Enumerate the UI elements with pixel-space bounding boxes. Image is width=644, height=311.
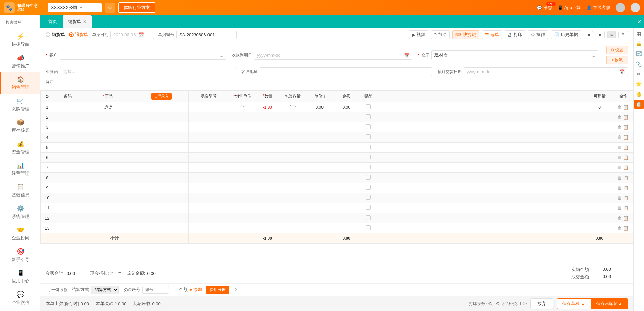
cell-spec-3[interactable]	[188, 132, 229, 143]
fee-btn[interactable]: 费用分摊	[206, 286, 229, 294]
shortcut-btn[interactable]: ⌨ 快捷键	[452, 30, 479, 39]
sidebar-item-operation[interactable]: 📊 经营管理	[0, 158, 40, 180]
cell-price-1[interactable]	[306, 112, 333, 122]
app-download-btn[interactable]: 📱 App下载	[558, 5, 581, 11]
right-btn-attach[interactable]: 📎	[634, 59, 644, 69]
sidebar-item-apps[interactable]: 📱 应用中心	[0, 266, 40, 287]
copy-icon-8[interactable]: 📋	[623, 185, 629, 190]
cell-pkgqty-9[interactable]	[279, 193, 306, 203]
cell-gift-5[interactable]	[360, 153, 377, 163]
print-btn[interactable]: 🖨 打印	[505, 30, 525, 39]
cell-barcode-9[interactable]	[54, 193, 81, 203]
cell-price-10[interactable]	[306, 203, 333, 213]
cell-goods-10[interactable]	[81, 203, 135, 213]
cell-qty-11[interactable]	[256, 213, 279, 223]
receive-date-input[interactable]: yyyy-mm-dd 📅	[254, 51, 412, 60]
cell-gift-8[interactable]	[360, 183, 377, 193]
cell-spec-2[interactable]	[188, 122, 229, 132]
cell-goods-11[interactable]	[81, 213, 135, 223]
cell-barcode-10[interactable]	[54, 203, 81, 213]
cell-spec-4[interactable]	[188, 143, 229, 153]
cell-goods-7[interactable]	[81, 173, 135, 183]
cell-unit-1[interactable]	[229, 112, 256, 122]
cell-unit-8[interactable]	[229, 183, 256, 193]
delete-icon-5[interactable]: 🗑	[617, 155, 622, 160]
cell-pkgqty-10[interactable]	[279, 203, 306, 213]
grid-view-btn[interactable]: ⊞	[618, 31, 628, 38]
cell-goods-9[interactable]	[81, 193, 135, 203]
cell-unit-4[interactable]	[229, 143, 256, 153]
sidebar-item-marketing[interactable]: 📣 营销推广	[0, 51, 40, 72]
sidebar-item-wechat[interactable]: 💬 企业微信	[0, 287, 40, 309]
cell-spec-10[interactable]	[188, 203, 229, 213]
warehouse-input[interactable]: 建材仓 ...	[431, 50, 598, 60]
cell-unit-6[interactable]	[229, 163, 256, 173]
tab-sales-order[interactable]: 销货单 ✕	[63, 15, 92, 28]
cell-gift-1[interactable]	[360, 112, 377, 122]
cell-qty-2[interactable]	[256, 122, 279, 132]
cell-price-2[interactable]	[306, 122, 333, 132]
cell-qty-8[interactable]	[256, 183, 279, 193]
cell-qty-3[interactable]	[256, 132, 279, 143]
copy-icon-12[interactable]: 📋	[623, 226, 629, 231]
delete-icon-9[interactable]: 🗑	[617, 195, 622, 200]
cell-gift-10[interactable]	[360, 203, 377, 213]
cell-amount-1[interactable]	[333, 112, 360, 122]
copy-icon-11[interactable]: 📋	[623, 216, 629, 221]
cell-goods-2[interactable]	[81, 122, 135, 132]
cell-price-7[interactable]	[306, 173, 333, 183]
copy-icon-6[interactable]: 📋	[623, 165, 629, 170]
copy-icon-9[interactable]: 📋	[623, 195, 629, 200]
sidebar-item-shortcut[interactable]: ⚡ 快捷导航	[0, 29, 40, 51]
delete-icon-0[interactable]: 🗑	[617, 105, 622, 110]
th-settings[interactable]: ⚙	[41, 91, 54, 102]
cell-goods-3[interactable]	[81, 132, 135, 143]
right-btn-grid[interactable]: ▦	[634, 29, 644, 38]
cell-barcode-6[interactable]	[54, 163, 81, 173]
copy-icon-2[interactable]: 📋	[623, 125, 629, 130]
sidebar-item-purchase[interactable]: 🛒 采购管理	[0, 94, 40, 115]
delete-icon-2[interactable]: 🗑	[617, 125, 622, 130]
scan-btn[interactable]: 扫码录入	[151, 93, 172, 100]
save-new-btn[interactable]: 保存&新增 ▲	[591, 298, 628, 309]
price-info-icon[interactable]: ℹ	[324, 94, 325, 98]
sidebar-search-input[interactable]	[3, 18, 37, 26]
copy-icon-7[interactable]: 📋	[623, 175, 629, 180]
delete-icon-7[interactable]: 🗑	[617, 175, 622, 180]
right-btn-star[interactable]: ⭐	[634, 79, 644, 89]
discount-info-icon[interactable]: ?	[111, 271, 113, 275]
cell-unit-12[interactable]	[229, 223, 256, 233]
account-input[interactable]	[142, 286, 169, 294]
discard-btn[interactable]: 放弃	[530, 298, 553, 309]
cell-pkgqty-7[interactable]	[279, 173, 306, 183]
cell-gift-7[interactable]	[360, 173, 377, 183]
cell-amount-6[interactable]	[333, 163, 360, 173]
tab-close-all-btn[interactable]: ✕	[637, 18, 641, 25]
cell-spec-7[interactable]	[188, 173, 229, 183]
cell-qty-7[interactable]	[256, 173, 279, 183]
delivery-date-calendar-icon[interactable]: 📅	[619, 69, 625, 74]
cell-amount-0[interactable]: 0.00	[333, 102, 360, 112]
cell-gift-0[interactable]	[360, 102, 377, 112]
right-btn-lock[interactable]: 🔒	[634, 39, 644, 48]
fee-question-icon[interactable]: ?	[234, 287, 237, 293]
radio-sale[interactable]: 销货单	[46, 32, 65, 38]
cell-qty-9[interactable]	[256, 193, 279, 203]
settings-btn[interactable]: ⊙ 设置	[606, 46, 628, 54]
cell-price-9[interactable]	[306, 193, 333, 203]
message-btn[interactable]: 💬 消息 99+	[537, 5, 552, 11]
warehouse-dots[interactable]: ...	[592, 53, 595, 58]
delivery-date-input[interactable]: yyyy-mm-dd 📅	[464, 67, 628, 76]
cell-price-6[interactable]	[306, 163, 333, 173]
delete-icon-8[interactable]: 🗑	[617, 185, 622, 190]
cell-qty-0[interactable]: -1.00	[256, 102, 279, 112]
cell-price-11[interactable]	[306, 213, 333, 223]
sidebar-item-system[interactable]: ⚙️ 系统管理	[0, 201, 40, 223]
sidebar-item-finance[interactable]: 💰 资金管理	[0, 137, 40, 158]
cell-goods-8[interactable]	[81, 183, 135, 193]
salesperson-input[interactable]: 选择... ...	[60, 67, 236, 76]
cell-gift-2[interactable]	[360, 122, 377, 132]
sidebar-item-sales[interactable]: 🏠 销售管理	[0, 72, 40, 94]
tab-home[interactable]: 首页	[43, 15, 63, 28]
number-input[interactable]: SA-20230606-001	[176, 31, 237, 39]
